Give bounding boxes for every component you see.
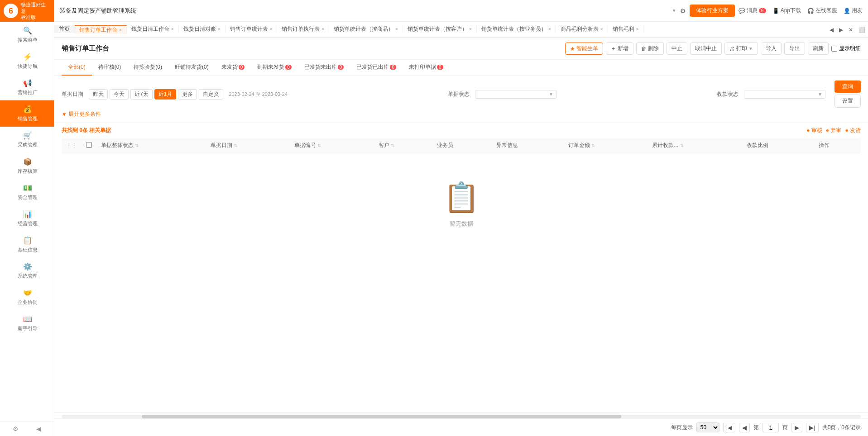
- show-detail-checkbox[interactable]: [831, 46, 837, 52]
- sidebar-item-guide[interactable]: 📖新手引导: [0, 310, 54, 336]
- tab-7[interactable]: 销货单统计表（按客户）×: [403, 25, 477, 33]
- user-menu[interactable]: 👤 用友: [844, 7, 863, 14]
- prev-page-button[interactable]: ◀: [739, 423, 750, 432]
- page-header: 销售订单工作台 ★ 智能生单 ＋ 新增 🗑 删除 中止 取消中止 🖨 打: [54, 38, 868, 60]
- tab-close-5[interactable]: ×: [321, 27, 324, 32]
- select-all-checkbox[interactable]: [86, 142, 92, 148]
- topbar-dropdown-icon[interactable]: ▼: [672, 8, 676, 13]
- tab-6[interactable]: 销货单统计表（按商品）×: [329, 25, 403, 33]
- stop-button[interactable]: 中止: [667, 43, 687, 55]
- ai-generate-button[interactable]: ★ 智能生单: [565, 43, 603, 55]
- tab-4[interactable]: 销售订单统计表×: [225, 25, 278, 33]
- set-button[interactable]: 设置: [834, 95, 861, 108]
- show-detail-checkbox-label[interactable]: 显示明细: [831, 45, 861, 52]
- col-salesperson: 业务员: [432, 138, 492, 153]
- ship-button[interactable]: ● 发货: [845, 127, 861, 134]
- date-btn-今天[interactable]: 今天: [110, 89, 129, 100]
- tab-close-4[interactable]: ×: [270, 27, 273, 32]
- sub-tab-2[interactable]: 待拣验货(0): [127, 60, 168, 76]
- col-customer: 客户 ⇅: [374, 138, 432, 153]
- last-page-button[interactable]: ▶|: [806, 423, 818, 432]
- col-exception: 异常信息: [492, 138, 564, 153]
- sidebar-item-operation[interactable]: 📊经营管理: [0, 205, 54, 232]
- tab-maximize-button[interactable]: ⬜: [856, 25, 868, 35]
- sub-tab-8[interactable]: 未打印单据0: [403, 60, 450, 76]
- tab-5[interactable]: 销售订单执行表×: [277, 25, 329, 33]
- import-button[interactable]: 导入: [761, 43, 782, 55]
- page-input[interactable]: [762, 423, 779, 432]
- topbar-settings-icon[interactable]: ⚙: [680, 7, 686, 14]
- nav-icon-purchase: 🛒: [23, 131, 32, 140]
- expand-more-button[interactable]: ▼ 展开更多条件: [62, 110, 861, 118]
- status-filter-label: 单据状态: [448, 90, 470, 98]
- reject-button[interactable]: ● 弃审: [826, 127, 842, 134]
- first-page-button[interactable]: |◀: [723, 423, 735, 432]
- sub-tab-6[interactable]: 已发货未出库0: [298, 60, 350, 76]
- refresh-button[interactable]: 刷新: [808, 43, 829, 55]
- date-btn-昨天[interactable]: 昨天: [89, 89, 108, 100]
- sidebar-item-inventory[interactable]: 📦库存核算: [0, 153, 54, 179]
- sidebar-item-quick[interactable]: ⚡快捷导航: [0, 48, 54, 74]
- per-page-select[interactable]: 50 10 20 100: [696, 422, 719, 432]
- sidebar-item-purchase[interactable]: 🛒采购管理: [0, 127, 54, 153]
- tab-close-10[interactable]: ×: [636, 27, 639, 32]
- tab-label-7: 销货单统计表（按客户）: [408, 25, 467, 33]
- query-button[interactable]: 查询: [834, 81, 861, 93]
- delete-button[interactable]: 🗑 删除: [636, 43, 664, 55]
- tab-close-7[interactable]: ×: [469, 27, 472, 32]
- payment-filter-select[interactable]: ▼: [744, 90, 825, 99]
- message-link[interactable]: 💬 消息 6: [739, 7, 766, 14]
- nav-icon-search: 🔍: [23, 26, 32, 35]
- sub-tab-4[interactable]: 未发货0: [215, 60, 251, 76]
- add-label: 新增: [618, 45, 628, 52]
- tab-3[interactable]: 钱货日清对账×: [179, 25, 225, 33]
- app-download-link[interactable]: 📱 App下载: [772, 7, 801, 14]
- col-number: 单据编号 ⇅: [290, 138, 374, 153]
- tab-close-2[interactable]: ×: [171, 27, 174, 32]
- horizontal-scrollbar[interactable]: [62, 415, 861, 418]
- tab-close-6[interactable]: ×: [395, 27, 398, 32]
- sub-tab-5[interactable]: 到期未发货0: [251, 60, 298, 76]
- sidebar-item-system[interactable]: ⚙️系统管理: [0, 258, 54, 284]
- industry-plan-button[interactable]: 体验行业方案: [690, 5, 735, 17]
- tab-8[interactable]: 销货单统计表（按业务员）×: [477, 25, 556, 33]
- tab-0[interactable]: 首页: [54, 25, 75, 33]
- sidebar-item-marketing[interactable]: 📢营销推广: [0, 74, 54, 100]
- sidebar-item-basic[interactable]: 📋基础信息: [0, 232, 54, 258]
- sidebar-item-sales[interactable]: 💰销售管理: [0, 100, 54, 127]
- tab-close-8[interactable]: ×: [548, 27, 551, 32]
- date-btn-自定义[interactable]: 自定义: [199, 89, 223, 100]
- cancel-stop-button[interactable]: 取消中止: [690, 43, 722, 55]
- tab-close-button[interactable]: ✕: [846, 25, 856, 35]
- tab-close-9[interactable]: ×: [600, 27, 603, 32]
- date-btn-近1月[interactable]: 近1月: [154, 89, 177, 100]
- sidebar-item-cooperation[interactable]: 🤝企业协同: [0, 284, 54, 310]
- sub-tab-badge-8: 0: [437, 65, 443, 70]
- collapse-icon[interactable]: ◀: [36, 425, 41, 432]
- tab-close-3[interactable]: ×: [218, 27, 221, 32]
- status-filter-select[interactable]: ▼: [475, 90, 556, 99]
- tab-9[interactable]: 商品毛利分析表×: [556, 25, 608, 33]
- date-btn-更多[interactable]: 更多: [178, 89, 197, 100]
- print-button[interactable]: 🖨 打印 ▼: [724, 43, 758, 55]
- tab-close-1[interactable]: ×: [119, 28, 122, 33]
- scrollbar-thumb[interactable]: [142, 415, 621, 418]
- add-button[interactable]: ＋ 新增: [606, 43, 633, 55]
- export-button[interactable]: 导出: [784, 43, 805, 55]
- sub-tab-1[interactable]: 待审核(0): [92, 60, 128, 76]
- sidebar-item-search[interactable]: 🔍搜索菜单: [0, 22, 54, 48]
- sub-tab-0[interactable]: 全部(0): [62, 60, 92, 76]
- sub-tab-3[interactable]: 旺铺待发货(0): [168, 60, 215, 76]
- online-service-link[interactable]: 🎧 在线客服: [807, 7, 837, 14]
- approve-button[interactable]: ● 审核: [806, 127, 822, 134]
- tab-scroll-left-button[interactable]: ◀: [827, 25, 836, 35]
- tab-2[interactable]: 钱货日清工作台×: [127, 25, 179, 33]
- sub-tab-7[interactable]: 已发货已出库0: [350, 60, 403, 76]
- tab-1[interactable]: 销售订单工作台×: [75, 25, 127, 34]
- settings-bottom-icon[interactable]: ⚙: [13, 425, 19, 432]
- date-btn-近7天[interactable]: 近7天: [130, 89, 153, 100]
- next-page-button[interactable]: ▶: [791, 423, 802, 432]
- sidebar-item-finance[interactable]: 💵资金管理: [0, 179, 54, 205]
- tab-10[interactable]: 销售毛利×: [608, 25, 644, 33]
- tab-scroll-right-button[interactable]: ▶: [836, 25, 846, 35]
